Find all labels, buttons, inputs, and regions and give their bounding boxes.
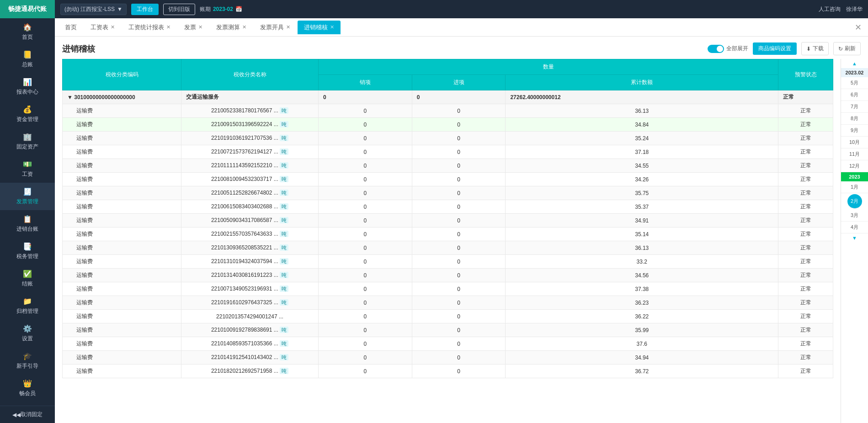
topbar: (勿动) 江西报宝-LSS ▼ 工作台 切到旧版 账期 2023-02 📅 人工… bbox=[55, 0, 868, 18]
support-link[interactable]: 人工咨询 bbox=[819, 5, 841, 13]
sidebar-item-finance[interactable]: 💰 资金管理 bbox=[0, 100, 55, 128]
calendar-month-3[interactable]: 3月 bbox=[841, 210, 868, 222]
calendar-month-12[interactable]: 12月 bbox=[841, 160, 868, 172]
calendar-panel: ▲ 2023.02 5月 6月 7月 8月 9月 10月 11月 12月 202… bbox=[841, 59, 868, 423]
company-selector[interactable]: (勿动) 江西报宝-LSS ▼ bbox=[60, 4, 127, 15]
tab-invoice[interactable]: 发票 ✕ bbox=[178, 21, 209, 34]
sidebar-item-settings[interactable]: ⚙️ 设置 bbox=[0, 320, 55, 347]
calendar-month-2-active[interactable]: 2月 bbox=[847, 194, 862, 209]
close-tab-reconciliation[interactable]: ✕ bbox=[330, 24, 334, 30]
toggle-switch[interactable] bbox=[708, 45, 724, 53]
workspace-button[interactable]: 工作台 bbox=[131, 4, 159, 15]
table-container[interactable]: 税收分类编码 税收分类名称 数量 预警状态 销项 进项 累计数额 ▼ 301 bbox=[55, 59, 841, 423]
row-sales: 0 bbox=[319, 282, 412, 296]
sidebar-item-close[interactable]: ✅ 结账 bbox=[0, 265, 55, 292]
section-purchase: 0 bbox=[412, 90, 506, 104]
user-display[interactable]: 徐泽华 bbox=[846, 5, 863, 13]
row-item-name: 运输费 bbox=[63, 118, 181, 132]
sidebar-item-home[interactable]: 🏠 首页 bbox=[0, 18, 55, 46]
close-tab-invoice-issue[interactable]: ✕ bbox=[286, 24, 290, 30]
calendar-month-5[interactable]: 5月 bbox=[841, 77, 868, 89]
calendar-month-9[interactable]: 9月 bbox=[841, 125, 868, 137]
close-tab-invoice-calc[interactable]: ✕ bbox=[242, 24, 246, 30]
row-invoice-code: 22100511252826674802 ... 吨 bbox=[181, 186, 319, 200]
row-invoice-code: 22100523381780176567 ... 吨 bbox=[181, 104, 319, 118]
col-header-tax-name: 税收分类名称 bbox=[181, 59, 319, 90]
unpin-button[interactable]: ◀◀ 取消固定 bbox=[0, 406, 55, 423]
section-code: ▼ 30100000000000000000 bbox=[63, 90, 181, 104]
sidebar-item-ledger[interactable]: 📒 总账 bbox=[0, 46, 55, 73]
close-all-tabs[interactable]: ✕ bbox=[852, 22, 864, 32]
sidebar-item-guide[interactable]: 🎓 新手引导 bbox=[0, 347, 55, 375]
row-purchase: 0 bbox=[412, 296, 506, 310]
main-area: (勿动) 江西报宝-LSS ▼ 工作台 切到旧版 账期 2023-02 📅 人工… bbox=[55, 0, 868, 423]
row-invoice-code: 22100915031396592224 ... 吨 bbox=[181, 118, 319, 132]
content-area: 进销稽核 全部展开 商品编码设置 ⬇ 下载 ↻ 刷新 bbox=[55, 37, 868, 423]
row-sales: 0 bbox=[319, 365, 412, 378]
app-logo: 畅捷通易代账 bbox=[0, 0, 55, 18]
row-item-name: 运输费 bbox=[63, 351, 181, 365]
tab-reconciliation[interactable]: 进销稽核 ✕ bbox=[298, 21, 341, 34]
tab-home[interactable]: 首页 bbox=[59, 21, 83, 34]
sidebar-item-tax[interactable]: 📑 税务管理 bbox=[0, 238, 55, 265]
settings-icon: ⚙️ bbox=[23, 324, 32, 333]
col-header-cumulative: 累计数额 bbox=[506, 75, 778, 90]
row-cumulative: 35.24 bbox=[506, 132, 778, 145]
refresh-button[interactable]: ↻ 刷新 bbox=[833, 42, 861, 55]
row-cumulative: 36.22 bbox=[506, 310, 778, 323]
reports-icon: 📊 bbox=[23, 78, 32, 86]
calendar-down-nav[interactable]: ▼ bbox=[841, 233, 868, 243]
calendar-month-7[interactable]: 7月 bbox=[841, 101, 868, 113]
sidebar-item-payroll[interactable]: 💵 工资 bbox=[0, 155, 55, 183]
sidebar-item-archive[interactable]: 📁 归档管理 bbox=[0, 292, 55, 320]
calendar-month-1[interactable]: 1月 bbox=[841, 181, 868, 193]
product-code-settings-button[interactable]: 商品编码设置 bbox=[753, 42, 797, 55]
row-cumulative: 36.23 bbox=[506, 296, 778, 310]
calendar-month-10[interactable]: 10月 bbox=[841, 137, 868, 148]
calendar-month-8[interactable]: 8月 bbox=[841, 113, 868, 125]
topbar-right: 人工咨询 徐泽华 bbox=[819, 5, 863, 13]
row-purchase: 0 bbox=[412, 118, 506, 132]
content-wrapper: 税收分类编码 税收分类名称 数量 预警状态 销项 进项 累计数额 ▼ 301 bbox=[55, 59, 868, 423]
row-purchase: 0 bbox=[412, 337, 506, 351]
row-item-name: 运输费 bbox=[63, 227, 181, 241]
tab-invoice-issue[interactable]: 发票开具 ✕ bbox=[254, 21, 297, 34]
close-tab-invoice[interactable]: ✕ bbox=[198, 24, 202, 30]
row-sales: 0 bbox=[319, 200, 412, 214]
expand-toggle[interactable]: 全部展开 bbox=[708, 45, 748, 53]
tax-icon: 📑 bbox=[23, 242, 32, 251]
row-item-name: 运输费 bbox=[63, 310, 181, 323]
sidebar-item-assets[interactable]: 🏢 固定资产 bbox=[0, 128, 55, 155]
purchase-sales-icon: 📋 bbox=[23, 215, 32, 223]
sidebar-item-membership[interactable]: 👑 畅会员 bbox=[0, 375, 55, 402]
row-invoice-code: 22100215570357643633 ... 吨 bbox=[181, 227, 319, 241]
row-sales: 0 bbox=[319, 173, 412, 186]
switch-version-button[interactable]: 切到旧版 bbox=[163, 4, 195, 15]
row-sales: 0 bbox=[319, 104, 412, 118]
row-status: 正常 bbox=[778, 296, 833, 310]
row-purchase: 0 bbox=[412, 186, 506, 200]
col-header-status: 预警状态 bbox=[778, 59, 833, 90]
row-item-name: 运输费 bbox=[63, 282, 181, 296]
row-sales: 0 bbox=[319, 337, 412, 351]
row-item-name: 运输费 bbox=[63, 241, 181, 255]
row-cumulative: 34.56 bbox=[506, 269, 778, 282]
calendar-month-11[interactable]: 11月 bbox=[841, 148, 868, 160]
close-tab-payroll[interactable]: ✕ bbox=[111, 24, 115, 30]
calendar-month-6[interactable]: 6月 bbox=[841, 89, 868, 101]
calendar-month-4[interactable]: 4月 bbox=[841, 222, 868, 233]
sidebar-item-invoice[interactable]: 🧾 发票管理 bbox=[0, 183, 55, 210]
calendar-icon[interactable]: 📅 bbox=[235, 6, 242, 12]
sidebar-item-purchase-sales[interactable]: 📋 进销台账 bbox=[0, 210, 55, 238]
calendar-year-2022: 2023.02 bbox=[841, 68, 868, 77]
calendar-up-nav[interactable]: ▲ bbox=[841, 59, 868, 68]
tab-bar: 首页 工资表 ✕ 工资统计报表 ✕ 发票 ✕ 发票测算 ✕ 发票开具 ✕ 进销稽… bbox=[55, 18, 868, 37]
sidebar-item-reports[interactable]: 📊 报表中心 bbox=[0, 73, 55, 100]
row-purchase: 0 bbox=[412, 323, 506, 337]
row-item-name: 运输费 bbox=[63, 365, 181, 378]
tab-invoice-calc[interactable]: 发票测算 ✕ bbox=[210, 21, 253, 34]
tab-payroll[interactable]: 工资表 ✕ bbox=[84, 21, 121, 34]
tab-payroll-report[interactable]: 工资统计报表 ✕ bbox=[122, 21, 177, 34]
close-tab-payroll-report[interactable]: ✕ bbox=[166, 24, 170, 30]
download-button[interactable]: ⬇ 下载 bbox=[801, 42, 829, 55]
